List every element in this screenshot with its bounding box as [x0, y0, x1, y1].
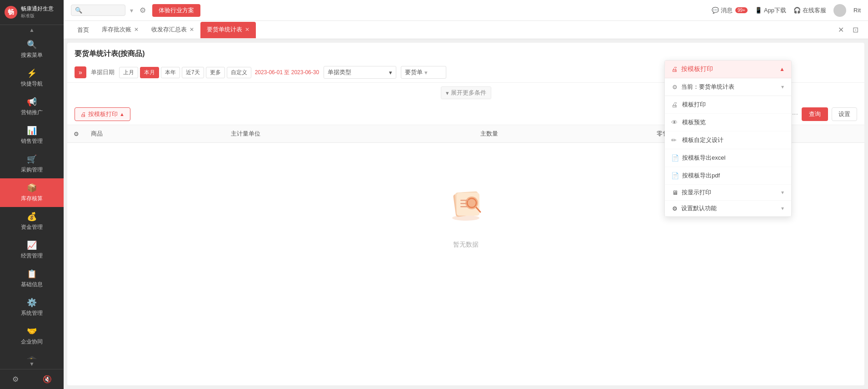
messages-button[interactable]: 💬 消息 99+	[712, 6, 748, 15]
dropdown-item-template-print[interactable]: 🖨 模板打印	[665, 96, 791, 114]
sidebar-item-basic-info[interactable]: 📋 基础信息	[0, 264, 64, 293]
sidebar-item-search[interactable]: 🔍 搜索菜单	[0, 35, 64, 64]
dropdown-item-export-pdf-label: 按模板导出pdf	[682, 172, 720, 180]
empty-text: 暂无数据	[453, 241, 479, 249]
th-quantity: 主数量	[475, 125, 651, 143]
dropdown-item-template-preview[interactable]: 👁 模板预览	[665, 114, 791, 131]
svg-rect-7	[460, 200, 469, 201]
dropdown-item-template-custom-design[interactable]: ✏ 模板自定义设计	[665, 131, 791, 149]
dropdown-item-pdf-icon: 📄	[671, 172, 679, 179]
dropdown-chevron-up[interactable]: ▲	[779, 66, 785, 72]
search-dropdown-icon[interactable]: ▾	[130, 7, 133, 14]
sidebar-nav: 🔍 搜索菜单 ⚡ 快捷导航 📢 营销推广 📊 销售管理 🛒 采购管理 📦 库存核…	[0, 35, 64, 359]
purchase-icon: 🛒	[27, 154, 37, 164]
sidebar-item-inventory[interactable]: 📦 库存核算	[0, 178, 64, 207]
date-btn-last-7days[interactable]: 近7天	[182, 67, 204, 78]
topbar-actions: 💬 消息 99+ 📱 App下载 🎧 在线客服 Rit	[712, 4, 861, 17]
date-btn-this-year[interactable]: 本年	[161, 67, 180, 78]
sidebar-label-marketing: 营销推广	[21, 109, 43, 116]
dropdown-printer-icon: 🖨	[671, 66, 678, 73]
yaohuodan-filter[interactable]: 要货单 ▾	[401, 66, 446, 79]
sidebar-item-finance[interactable]: 💰 资金管理	[0, 207, 64, 236]
sound-bottom-icon[interactable]: 🔇	[39, 373, 55, 385]
date-btn-this-month[interactable]: 本月	[140, 67, 159, 78]
sidebar: 畅 畅康通好生意 标准版 ▲ 🔍 搜索菜单 ⚡ 快捷导航 📢 营销推广 📊 销售…	[0, 0, 64, 389]
sidebar-bottom: ⚙ 🔇	[0, 369, 64, 389]
date-filter-label: 单据日期	[91, 68, 115, 76]
dropdown-item-export-excel[interactable]: 📄 按模板导出excel	[665, 149, 791, 167]
dropdown-current-item[interactable]: ⚙ 当前：要货单统计表 ▾	[665, 78, 791, 96]
sidebar-scroll-down[interactable]: ▼	[0, 359, 64, 369]
date-btn-custom[interactable]: 自定义	[227, 67, 251, 78]
tab-close-inventory-batch[interactable]: ✕	[134, 26, 139, 33]
template-print-dropdown: 🖨 按模板打印 ▲ ⚙ 当前：要货单统计表 ▾ 🖨 模板打印 👁	[664, 60, 792, 217]
sidebar-item-quick-nav[interactable]: ⚡ 快捷导航	[0, 64, 64, 92]
window-maximize-btn[interactable]: ⊡	[850, 25, 861, 35]
tab-close-order-stats[interactable]: ✕	[245, 26, 249, 33]
svg-rect-9	[460, 206, 468, 207]
trial-button[interactable]: 体验行业方案	[152, 4, 200, 17]
dropdown-section-set-default[interactable]: ⚙ 设置默认功能 ▾	[665, 201, 791, 217]
user-avatar[interactable]	[833, 4, 846, 17]
sidebar-scroll-up[interactable]: ▲	[0, 25, 64, 35]
date-btn-prev-month[interactable]: 上月	[119, 67, 138, 78]
svg-point-0	[452, 215, 479, 221]
window-close-btn[interactable]: ✕	[835, 25, 846, 35]
guide-icon: 🎓	[27, 355, 37, 359]
dropdown-current-arrow: ▾	[781, 84, 784, 90]
main-area: 🔍 ▾ ⚙ 体验行业方案 💬 消息 99+ 📱 App下载 🎧 在线客服 Rit	[64, 0, 868, 389]
sidebar-label-collab: 企业协同	[21, 338, 43, 346]
sidebar-item-guide[interactable]: 🎓 新手引导	[0, 350, 64, 359]
template-print-container: 🖨 按模板打印 ▲	[75, 107, 130, 121]
dropdown-item-export-pdf[interactable]: 📄 按模板导出pdf	[665, 167, 791, 185]
dropdown-settings-icon: ⚙	[672, 84, 678, 91]
th-settings[interactable]: ⚙	[67, 125, 85, 143]
query-button[interactable]: 查询	[802, 107, 828, 121]
th-unit: 主计量单位	[225, 125, 475, 143]
date-btn-more[interactable]: 更多	[206, 67, 225, 78]
dropdown-item-template-print-label: 模板打印	[682, 101, 706, 109]
tab-home[interactable]: 首页	[71, 22, 95, 38]
sidebar-item-system[interactable]: ⚙️ 系统管理	[0, 293, 64, 322]
topbar-search-container[interactable]: 🔍	[71, 5, 125, 16]
tab-receipt-summary[interactable]: 收发存汇总表 ✕	[145, 22, 200, 38]
dropdown-item-excel-icon: 📄	[671, 154, 679, 162]
messages-icon: 💬	[712, 7, 719, 14]
system-icon: ⚙️	[27, 298, 37, 308]
yaohuodan-icon: ▾	[424, 69, 428, 76]
logo-icon: 畅	[5, 6, 17, 19]
quick-nav-icon: ⚡	[27, 68, 37, 78]
th-goods: 商品	[85, 125, 225, 143]
sidebar-item-sales[interactable]: 📊 销售管理	[0, 121, 64, 150]
dropdown-display-print-label: 按显示打印	[682, 188, 711, 197]
dropdown-item-custom-design-label: 模板自定义设计	[682, 136, 723, 144]
collab-icon: 🤝	[27, 326, 37, 336]
order-type-select[interactable]: 单据类型 ▾	[324, 66, 396, 79]
tab-order-stats[interactable]: 要货单统计表 ✕	[200, 22, 256, 38]
more-options-icon[interactable]: ···	[792, 110, 798, 118]
expand-more-label: 展开更多条件	[451, 89, 486, 97]
filter-expand-icon: »	[79, 69, 82, 76]
dropdown-item-printer-icon: 🖨	[671, 101, 678, 108]
topbar-search-icon: 🔍	[75, 7, 82, 14]
app-download-button[interactable]: 📱 App下载	[755, 6, 786, 15]
dropdown-section-display-print[interactable]: 🖥 按显示打印 ▾	[665, 185, 791, 201]
sidebar-item-operations[interactable]: 📈 经营管理	[0, 236, 64, 264]
messages-badge: 99+	[735, 7, 748, 13]
expand-more-icon: ▾	[446, 90, 449, 96]
expand-more-button[interactable]: ▾ 展开更多条件	[441, 86, 491, 99]
template-print-button[interactable]: 🖨 按模板打印 ▲	[75, 107, 130, 121]
filter-expand-button[interactable]: »	[75, 66, 86, 78]
settings-bottom-icon[interactable]: ⚙	[9, 373, 22, 385]
sidebar-item-marketing[interactable]: 📢 营销推广	[0, 92, 64, 121]
sidebar-item-purchase[interactable]: 🛒 采购管理	[0, 150, 64, 178]
finance-icon: 💰	[27, 212, 37, 222]
sidebar-item-collab[interactable]: 🤝 企业协同	[0, 322, 64, 350]
topbar-search-input[interactable]	[84, 7, 120, 14]
tab-close-receipt-summary[interactable]: ✕	[190, 26, 194, 33]
settings-button[interactable]: 设置	[832, 107, 857, 121]
tab-inventory-batch[interactable]: 库存批次账 ✕	[95, 22, 145, 38]
online-service-button[interactable]: 🎧 在线客服	[793, 6, 826, 15]
page-title: 要货单统计表(按商品)	[67, 43, 864, 62]
topbar-gear-icon[interactable]: ⚙	[138, 4, 148, 16]
